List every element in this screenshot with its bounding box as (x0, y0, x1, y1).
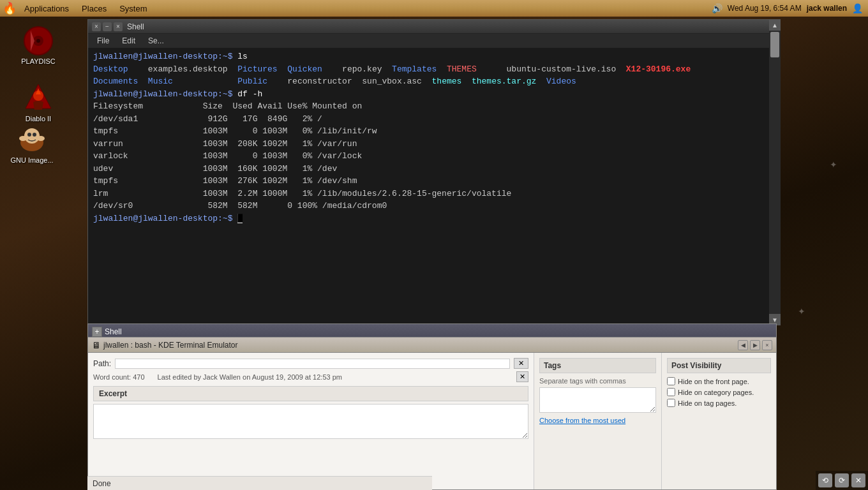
visibility-option-category: Hide on category pages. (667, 388, 771, 396)
scroll-thumb[interactable] (770, 32, 779, 57)
wp-editor-section: Path: ✕ Word count: 470 Last edited by J… (88, 353, 534, 489)
bottom-icon-tray: ⟲ ⟳ ✕ (816, 471, 868, 490)
svg-point-2 (36, 39, 40, 43)
diablo-icon-image (23, 83, 54, 114)
visibility-option-front: Hide on the front page. (667, 377, 771, 385)
svg-point-12 (37, 136, 45, 141)
scroll-up-button[interactable]: ▲ (769, 19, 781, 31)
datetime-display: Wed Aug 19, 6:54 AM (728, 4, 802, 13)
shell-add-button[interactable]: + (92, 327, 102, 337)
terminal-scrollbar[interactable]: ▲ ▼ (769, 19, 781, 325)
svg-point-9 (27, 133, 31, 137)
visibility-option-tag: Hide on tag pages. (667, 399, 771, 407)
terminal-content: jlwallen@jlwallen-desktop:~$ ls Desktop … (88, 48, 776, 325)
kde-content-area: Path: ✕ Word count: 470 Last edited by J… (88, 353, 776, 489)
term-menu-settings[interactable]: Se... (143, 35, 169, 47)
tags-choose-link[interactable]: Choose from the most used (539, 417, 625, 424)
desktop-icon-gimp[interactable]: GNU Image... (3, 124, 61, 165)
wp-excerpt-textarea[interactable] (93, 404, 528, 439)
visibility-category-checkbox[interactable] (667, 388, 675, 396)
desktop-icon-playdisc[interactable]: PLAYDISC (13, 26, 64, 66)
wp-path-row: Path: ✕ (93, 358, 528, 369)
kde-terminal-window: 🖥 jlwallen : bash - KDE Terminal Emulato… (87, 337, 777, 490)
visibility-tag-label: Hide on tag pages. (678, 399, 737, 407)
svg-point-10 (33, 133, 36, 137)
wp-path-close-button[interactable]: ✕ (514, 358, 528, 369)
kde-terminal-title: jlwallen : bash - KDE Terminal Emulator (103, 341, 738, 350)
distro-icon: 🔥 (3, 1, 17, 15)
tags-section: Tags Separate tags with commas Choose fr… (534, 353, 661, 489)
kde-window-buttons: ◀ ▶ × (738, 340, 772, 350)
kde-titlebar: 🖥 jlwallen : bash - KDE Terminal Emulato… (88, 338, 776, 353)
post-visibility-section: Post Visibility Hide on the front page. … (661, 353, 776, 489)
tags-separate-hint: Separate tags with commas (539, 377, 656, 385)
gimp-icon-image (17, 124, 47, 155)
terminal-window: × − × Shell File Edit Se... jlwallen@jlw… (87, 19, 777, 325)
terminal-close-button[interactable]: × (92, 22, 101, 31)
wp-done-label: Done (93, 479, 111, 488)
visibility-category-label: Hide on category pages. (678, 389, 754, 396)
post-visibility-title: Post Visibility (667, 358, 771, 373)
kde-nav-right-button[interactable]: ▶ (750, 340, 760, 350)
taskbar-right-area: 🔊 Wed Aug 19, 6:54 AM jack wallen 👤 (712, 3, 868, 13)
gimp-label: GNU Image... (10, 156, 53, 165)
tags-input[interactable] (539, 387, 656, 413)
visibility-front-label: Hide on the front page. (678, 378, 749, 385)
tags-title: Tags (539, 358, 656, 373)
kde-terminal-icon: 🖥 (92, 340, 101, 350)
user-icon: 👤 (852, 3, 863, 13)
terminal-max-button[interactable]: × (114, 22, 123, 31)
menu-applications[interactable]: Applications (18, 3, 75, 15)
menu-places[interactable]: Places (75, 3, 113, 15)
volume-icon: 🔊 (712, 3, 722, 13)
terminal-min-button[interactable]: − (103, 22, 112, 31)
wp-row-close-button[interactable]: ✕ (516, 371, 528, 382)
tray-icon-3[interactable]: ✕ (851, 473, 865, 487)
terminal-text: jlwallen@jlwallen-desktop:~$ ls Desktop … (93, 50, 771, 225)
kde-close-button[interactable]: × (762, 340, 772, 350)
wp-path-label: Path: (93, 359, 111, 368)
wp-last-edited: Last edited by Jack Wallen on August 19,… (158, 373, 342, 381)
playdisc-label: PLAYDISC (21, 57, 56, 66)
terminal-titlebar: × − × Shell (88, 20, 776, 34)
wp-done-bar: Done (87, 476, 432, 490)
term-menu-edit[interactable]: Edit (117, 35, 140, 47)
diablo-label: Diablo II (26, 115, 51, 123)
username-display: jack wallen (807, 4, 847, 13)
term-menu-file[interactable]: File (92, 35, 114, 47)
shell-title: Shell (105, 327, 122, 336)
kde-nav-left-button[interactable]: ◀ (738, 340, 748, 350)
wp-word-count: Word count: 470 (93, 373, 145, 381)
menu-system[interactable]: System (113, 3, 153, 15)
visibility-tag-checkbox[interactable] (667, 399, 675, 407)
taskbar-top: 🔥 Applications Places System 🔊 Wed Aug 1… (0, 0, 868, 17)
desktop-icon-diablo[interactable]: Diablo II (13, 83, 64, 123)
tray-icon-1[interactable]: ⟲ (818, 473, 832, 487)
visibility-front-checkbox[interactable] (667, 377, 675, 385)
wp-excerpt-label: Excerpt (93, 386, 528, 401)
terminal-menubar: File Edit Se... (88, 34, 776, 48)
terminal-title: Shell (127, 22, 144, 31)
wp-stats-row: Word count: 470 Last edited by Jack Wall… (93, 371, 528, 382)
svg-point-11 (19, 136, 27, 141)
wp-path-input[interactable] (115, 359, 510, 369)
playdisc-icon-image (23, 26, 54, 56)
tray-icon-2[interactable]: ⟳ (835, 473, 849, 487)
